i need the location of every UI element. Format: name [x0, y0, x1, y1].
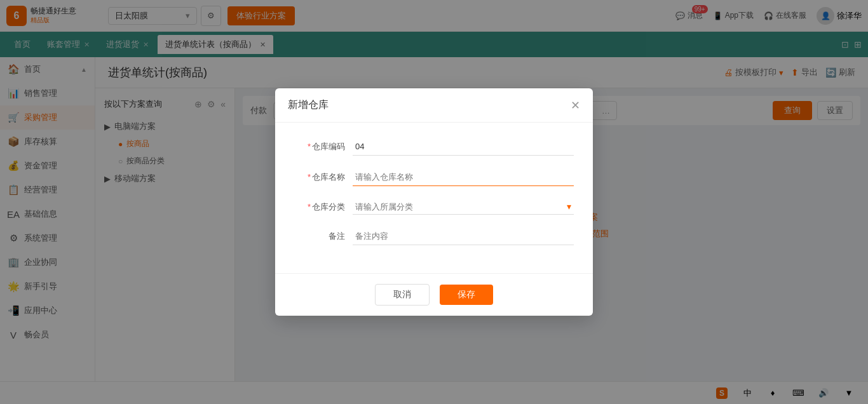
cancel-button[interactable]: 取消: [375, 284, 430, 306]
code-label: 仓库编码: [294, 141, 345, 152]
form-row-name: 仓库名称: [294, 168, 574, 186]
form-row-code: 仓库编码: [294, 138, 574, 156]
modal-overlay[interactable]: 新增仓库 ✕ 仓库编码 仓库名称 仓库分类 ▾: [0, 0, 868, 404]
form-row-note: 备注: [294, 227, 574, 245]
category-select-input[interactable]: [355, 202, 567, 212]
save-button[interactable]: 保存: [440, 285, 493, 305]
warehouse-name-input[interactable]: [353, 168, 574, 186]
modal-footer: 取消 保存: [275, 273, 593, 316]
name-label: 仓库名称: [294, 172, 345, 183]
modal-body: 仓库编码 仓库名称 仓库分类 ▾ 备注: [275, 123, 593, 273]
category-label: 仓库分类: [294, 201, 345, 213]
modal-header: 新增仓库 ✕: [275, 88, 593, 123]
modal-title: 新增仓库: [288, 98, 329, 112]
warehouse-note-input[interactable]: [353, 227, 574, 245]
warehouse-code-input[interactable]: [353, 138, 574, 156]
modal-close-icon[interactable]: ✕: [571, 100, 580, 111]
note-label: 备注: [294, 231, 345, 242]
category-select-wrap[interactable]: ▾: [353, 199, 574, 215]
form-row-category: 仓库分类 ▾: [294, 199, 574, 215]
modal-add-warehouse: 新增仓库 ✕ 仓库编码 仓库名称 仓库分类 ▾: [275, 88, 593, 316]
category-select-arrow-icon: ▾: [567, 201, 571, 212]
